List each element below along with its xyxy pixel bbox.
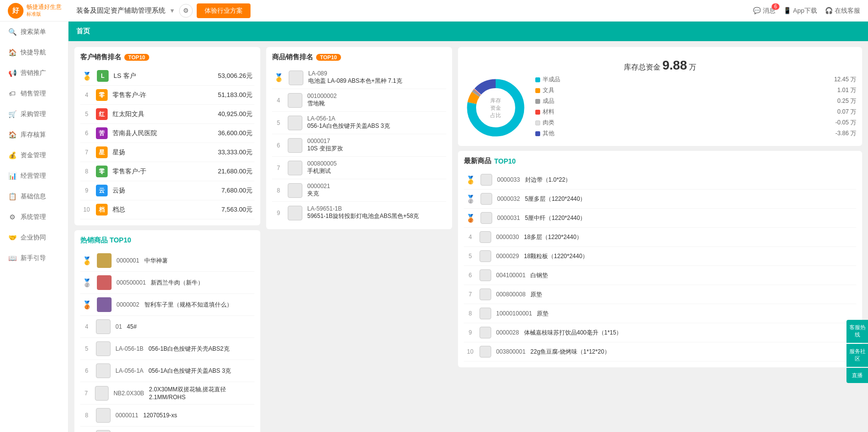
customer-amount: 40,925.00元 [218,110,252,119]
medal-bronze-icon: 🥉 [82,300,92,310]
customer-amount: 51,183.00元 [218,91,252,99]
rank-item: 9 LA-59651-1B 59651-1B旋转投影灯电池盒ABS黑色+58克 [272,202,446,223]
service-hotline-button[interactable]: 客服热线 [846,320,868,343]
product-icon [480,250,491,262]
service-community-button[interactable]: 服务社区 [846,344,868,367]
rank-number: 5 [466,253,475,260]
system-icon: ⚙ [8,213,17,221]
rank-number: 7 [466,291,475,298]
legend-item: 成品 0.25 万 [535,97,856,105]
donut-center-label: 库存资金占比 [490,97,501,119]
rank-item: 6 苦 苦南县人民医院 36,600.00元 [80,124,254,143]
product-code: LA-089 [308,70,444,77]
product-code: 000800008 [496,291,525,298]
new-product-item: 7 000800008 原垫 [464,285,856,304]
inventory-total: 库存总资金 9.88 万 [464,53,856,75]
customer-name: 零售客户-许 [113,91,213,99]
gear-icon[interactable]: ⚙ [179,4,193,18]
product-name: 056-1A白色按键开关盖ABS 3克 [148,367,231,375]
sidebar-item-finance[interactable]: 💰 资金管理 [0,145,68,166]
rank-number: 6 [274,142,283,149]
app-download-button[interactable]: 📱 App下载 [783,6,817,15]
marketing-icon: 📢 [8,69,17,77]
sidebar-item-marketing[interactable]: 📢 营销推广 [0,63,68,83]
new-product-item: 5 0000029 18颗粒板（1220*2440） [464,247,856,266]
rank-number: 6 [82,367,91,374]
inventory-legend: 半成品 12.45 万 文具 1.01 万 成品 0.25 万 材料 [535,75,856,140]
dropdown-chevron-icon[interactable]: ▼ [169,7,175,14]
trial-button[interactable]: 体验行业方案 [197,3,251,18]
right-panel: 库存总资金 9.88 万 库存资金占比 [458,47,862,432]
service-livestream-button[interactable]: 直播 [846,368,868,383]
system-name: 装备及固定资产辅助管理系统 [76,6,165,15]
new-products-list: 🥇 0000033 封边带（1.0*22） 🥈 0000032 5厘多层（122… [464,170,856,361]
customer-ranking-list: 🥇 L LS 客户 53,006.26元 4 零 零售客户-许 51,183.0… [80,67,254,219]
rank-item: 8 零 零售客户-于 21,680.00元 [80,162,254,181]
hot-product-item: 🥈 000500001 新西兰牛肉（新牛） [80,272,254,294]
mid-panel: 商品销售排名 TOP10 🥇 LA-089 电池盖 LA-089 ABS本色+黑… [266,47,452,432]
product-name: 22g鱼豆腐-烧烤味（1*12*20） [530,348,610,356]
product-name: 原垫 [537,310,548,318]
product-code: 003800001 [496,348,525,355]
sidebar-item-quicknav[interactable]: 🏠 快捷导航 [0,42,68,63]
sidebar-item-collab[interactable]: 🤝 企业协同 [0,227,68,248]
collab-icon: 🤝 [8,233,17,242]
customer-name: LS 客户 [114,72,213,80]
new-products-card: 最新商品 TOP10 🥇 0000033 封边带（1.0*22） 🥈 00000… [458,151,862,367]
medal-gold-icon: 🥇 [82,72,92,81]
product-icon [480,288,491,300]
logo-brand: 畅捷通好生意 [26,3,62,11]
rank-number: 9 [82,187,91,194]
product-code: 01 [115,323,122,330]
rank-number: 5 [82,111,91,118]
sidebar-search[interactable]: 🔍 搜索菜单 [0,22,68,42]
sidebar-item-basic-info[interactable]: 📋 基础信息 [0,186,68,207]
product-name: 59651-1B旋转投影灯电池盒ABS黑色+58克 [307,212,444,220]
sidebar-item-purchase[interactable]: 🛒 采购管理 [0,104,68,124]
legend-item: 肉类 -0.05 万 [535,119,856,127]
product-code: 0000031 [497,215,520,221]
medal-gold-icon: 🥇 [82,256,92,265]
product-name: 手机测试 [307,167,444,175]
product-code: 001000002 [307,93,444,99]
message-button[interactable]: 💬 消息 6 [753,6,776,15]
search-icon: 🔍 [8,27,17,36]
product-img-placeholder [96,319,111,334]
product-name: 10S 变扭罗孜 [307,144,444,153]
customer-ranking-title: 客户销售排名 TOP10 [80,53,254,62]
product-name: 中华神薯 [144,257,168,265]
product-ranking-title: 商品销售排名 TOP10 [272,53,446,62]
product-code: LA-59651-1B [307,205,444,212]
product-code: 0000033 [497,176,520,183]
finance-icon: 💰 [8,151,17,160]
rank-number: 7 [82,149,91,156]
product-code: 0000021 [307,183,444,190]
legend-item: 文具 1.01 万 [535,86,856,95]
rank-number: 4 [82,92,91,98]
rank-number: 5 [82,345,91,352]
hot-product-item: 7 NB2.0X30B 2.0X30MM双搓花轴,搓花直径2.1MM/ROHS [80,382,254,405]
product-code: LA-056-1A [115,367,143,374]
sidebar-item-operations[interactable]: 📊 经营管理 [0,166,68,186]
sidebar-item-inventory[interactable]: 🏠 库存核算 [0,124,68,145]
content-area: 客户销售排名 TOP10 🥇 L LS 客户 53,006.26元 4 零 [69,41,868,432]
online-service-button[interactable]: 🎧 在线客服 [825,6,860,15]
home-icon: 🏠 [8,48,17,57]
sidebar-item-system[interactable]: ⚙ 系统管理 [0,207,68,227]
inventory-chart-area: 库存资金占比 半成品 12.45 万 文具 1.01 万 成品 [464,75,856,140]
new-product-item: 10 003800001 22g鱼豆腐-烧烤味（1*12*20） [464,342,856,361]
rank-item: 4 零 零售客户-许 51,183.00元 [80,86,254,105]
customer-amount: 36,600.00元 [218,129,252,138]
hot-products-label: 热销商品 TOP10 [80,236,131,245]
product-code: 000500001 [116,279,146,286]
product-code: LA-056-1B [115,345,143,352]
sidebar-item-newbie[interactable]: 📖 新手引导 [0,248,68,268]
inventory-card: 库存总资金 9.88 万 库存资金占比 [458,47,862,146]
customer-avatar: 零 [96,166,108,177]
new-product-item: 8 10000100001 原垫 [464,304,856,323]
rank-number: 6 [82,130,91,137]
sidebar-item-sales[interactable]: 🏷 销售管理 [0,83,68,104]
rank-number: 4 [274,97,283,104]
rank-number: 8 [82,168,91,175]
product-code: 004100001 [496,272,525,279]
